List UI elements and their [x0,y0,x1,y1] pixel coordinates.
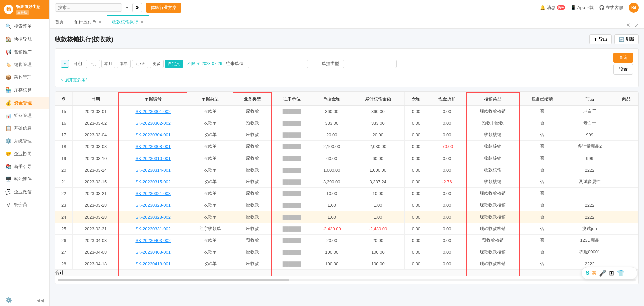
party-input[interactable] [248,60,308,68]
bill-no-link[interactable]: SK-20230310-001 [135,156,171,161]
messages-button[interactable]: 🔔 消息 99+ [540,5,565,11]
gear-button[interactable]: ⚙ [132,3,142,12]
tabs-right-actions: ✕ ⤢ [626,22,644,28]
col-header-product[interactable]: 商品 [565,92,614,106]
settings-button[interactable]: 设置 [613,64,633,75]
sidebar-item-enterprise[interactable]: 🤝 企业协同 [0,147,49,160]
tab-close-button[interactable]: ✕ [626,22,630,28]
cell-bill-type: 红字收款单 [187,223,233,235]
last-7days-button[interactable]: 近7天 [132,60,149,68]
user-avatar[interactable]: Rit [629,3,639,13]
mic-icon[interactable]: 🎤 [599,269,606,277]
cell-total-cancel: 100.00 [352,246,405,258]
cell-cash-discount: 0.00 [428,246,467,258]
sidebar-item-sales[interactable]: 🏷️ 销售管理 [0,58,49,71]
sidebar-item-hardware[interactable]: 🖥️ 智能硬件 [0,173,49,186]
enterprise-icon: 🤝 [5,151,11,157]
bill-no-link[interactable]: SK-20230328-001 [135,203,171,208]
sidebar-item-marketing[interactable]: 📢 营销推广 [0,46,49,58]
custom-date-button[interactable]: 自定义 [165,60,183,68]
collapse-icon[interactable]: ◀◀ [37,298,44,303]
cell-date: 2023-03-31 [72,223,119,235]
cell-product2 [614,141,638,152]
col-header-date[interactable]: 日期 [72,92,119,106]
sidebar-item-wechat[interactable]: 💬 企业微信 [0,186,49,198]
settings-icon[interactable]: ⚙️ [5,297,12,303]
col-header-product2[interactable]: 商品 [614,92,638,106]
cell-cancel-type: 收款核销 [466,164,519,176]
bill-no-link[interactable]: SK-20230315-002 [135,179,171,184]
tab-receipt[interactable]: 收款核销执行 ✕ [107,15,149,28]
bill-no-link[interactable]: SK-20230302-002 [135,121,171,126]
bill-no-link[interactable]: SK-20230321-003 [135,191,171,196]
col-header-cancel-type[interactable]: 核销类型 [466,92,519,106]
scrollbar-thumb[interactable] [58,279,289,281]
table-header-row: ⚙ 日期 单据编号 单据类型 业务类型 往来单位 单据金额 累计核销金额 余额 … [55,92,638,106]
query-button[interactable]: 查询 [613,53,633,63]
tab-prepay[interactable]: 预计应付单 ✕ [69,15,107,28]
sidebar-item-system[interactable]: ⚙️ 系统管理 [0,135,49,147]
shirt-icon[interactable]: 👕 [617,269,624,277]
sidebar-item-operations[interactable]: 📊 经营管理 [0,109,49,122]
col-header-gear[interactable]: ⚙ [55,92,72,106]
service-button[interactable]: 🎧 在线客服 [599,5,623,11]
solution-button[interactable]: 体验行业方案 [146,3,181,13]
member-icon: V [5,202,11,208]
home-icon: 🏠 [5,36,11,42]
cell-party: ██████ [272,211,312,223]
bill-no-link[interactable]: SK-20230304-001 [135,132,171,137]
col-header-cash-discount[interactable]: 现金折扣 [428,92,467,106]
col-header-biz-type[interactable]: 业务类型 [233,92,272,106]
search-input[interactable] [55,3,122,12]
tab-receipt-close[interactable]: ✕ [140,20,143,24]
bill-no-link[interactable]: SK-20230408-001 [135,250,171,255]
bill-no-link[interactable]: SK-20230418-001 [135,261,171,266]
cell-cancel-type: 现款收款核销 [466,223,519,235]
cell-bill-no: SK-20230302-002 [119,117,187,129]
col-header-balance[interactable]: 余额 [404,92,428,106]
export-button[interactable]: ⬆ 导出 [589,34,612,44]
ellipsis-icon[interactable]: ⋯ [627,269,633,277]
app-download-button[interactable]: 📱 App下载 [571,5,594,11]
bill-no-link[interactable]: SK-20230331-002 [135,226,171,231]
tab-fullscreen-button[interactable]: ⤢ [634,22,639,28]
sidebar-item-search[interactable]: 🔍 搜索菜单 [0,20,49,33]
sidebar-item-purchase[interactable]: 📦 采购管理 [0,71,49,84]
cell-bill-type: 收款单 [187,117,233,129]
bill-type-select[interactable]: 收款单 红字收款单 [343,60,397,68]
cell-bill-type: 收款单 [187,164,233,176]
more-button[interactable]: 更多 [150,60,164,68]
col-header-include-settled[interactable]: 包含已结清 [520,92,565,106]
this-month-button[interactable]: 本月 [101,60,115,68]
sidebar-item-guide[interactable]: 📚 新手引导 [0,160,49,173]
bill-no-link[interactable]: SK-20230301-002 [135,109,171,114]
col-header-amount[interactable]: 单据金额 [312,92,352,106]
dropdown-button[interactable]: ▾ [126,5,128,10]
col-header-bill-no[interactable]: 单据编号 [119,92,187,106]
sidebar-item-member[interactable]: V 畅会员 [0,198,49,211]
tab-home[interactable]: 首页 [50,15,69,28]
sidebar-item-finance[interactable]: 💰 资金管理 [0,97,49,109]
tab-prepay-close[interactable]: ✕ [98,20,101,24]
cell-party: ██████ [272,235,312,246]
refresh-button[interactable]: 🔄 刷新 [614,34,639,44]
cell-bill-type: 收款单 [187,199,233,211]
bill-no-link[interactable]: SK-20230314-001 [135,168,171,173]
bill-no-link[interactable]: SK-20230308-001 [135,144,171,149]
filter-toggle-button[interactable]: » [61,60,69,68]
col-header-party[interactable]: 往来单位 [272,92,312,106]
cell-product2 [614,117,638,129]
expand-conditions-button[interactable]: ∨ 展开更多条件 [61,77,633,83]
this-year-button[interactable]: 本年 [117,60,131,68]
col-header-bill-type[interactable]: 单据类型 [187,92,233,106]
sidebar-item-quicknav[interactable]: 🏠 快捷导航 [0,33,49,46]
bill-no-link[interactable]: SK-20230403-002 [135,238,171,243]
sidebar-item-inventory[interactable]: 🏪 库存核算 [0,84,49,97]
sidebar-item-basic[interactable]: 📋 基础信息 [0,122,49,135]
horizontal-scrollbar[interactable] [58,279,636,281]
bill-no-link[interactable]: SK-20230328-002 [135,215,171,220]
grid-icon[interactable]: ⊞ [609,269,614,277]
table-row: 15 2023-03-01 SK-20230301-002 收款单 应收款 ██… [55,106,638,117]
last-month-button[interactable]: 上月 [86,60,100,68]
col-header-total-cancel[interactable]: 累计核销金额 [352,92,405,106]
